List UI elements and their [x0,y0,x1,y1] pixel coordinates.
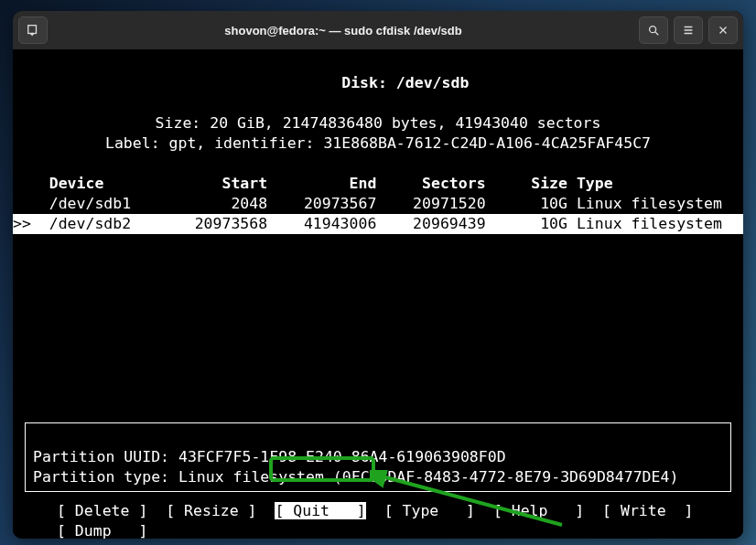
menu-help[interactable]: [ Help ] [493,502,584,519]
disk-size-line: Size: 20 GiB, 21474836480 bytes, 4194304… [13,113,743,134]
disk-device: /dev/sdb [396,74,469,91]
uuid-label: Partition UUID: [33,448,178,465]
menu-row-2: [ Dump ] [13,521,743,539]
menu-dump[interactable]: [ Dump ] [57,522,147,539]
titlebar: shovon@fedora:~ — sudo cfdisk /dev/sdb [13,11,743,49]
disk-label-prefix: Disk: [341,74,396,91]
ptype-value: Linux filesystem (0FC63DAF-8483-4772-8E7… [178,468,678,486]
svg-point-1 [650,27,656,33]
hamburger-icon [682,24,695,37]
disk-label-line: Label: gpt, identifier: 31E868BA-7612-C2… [13,134,743,154]
new-tab-icon [27,24,39,37]
table-header: Device Start End Sectors Size Type [13,174,743,194]
menu-resize[interactable]: [ Resize ] [166,502,256,519]
svg-rect-0 [28,26,37,34]
ptype-label: Partition type: [33,468,178,486]
menu-button[interactable] [674,16,703,44]
new-tab-button[interactable] [18,16,48,44]
close-icon [717,24,729,37]
menu-write[interactable]: [ Write ] [602,502,693,519]
menu-row-1: [ Delete ] [ Resize ] [ Quit ] [ Type ] … [13,501,743,521]
partition-info-box: Partition UUID: 43FCF7F5-1F98-E240-86A4-… [25,422,731,492]
menu-quit[interactable]: [ Quit ] [275,502,365,519]
search-button[interactable] [639,16,668,44]
menu-type[interactable]: [ Type ] [384,502,475,519]
search-icon [647,24,660,37]
window-title: shovon@fedora:~ — sudo cfdisk /dev/sdb [51,24,635,37]
close-button[interactable] [708,16,738,44]
disk-header: Disk: /dev/sdb [13,49,743,113]
terminal-window: shovon@fedora:~ — sudo cfdisk /dev/sdb D… [13,11,743,539]
menu-delete[interactable]: [ Delete ] [57,502,147,519]
uuid-value: 43FCF7F5-1F98-E240-86A4-619063908F0D [178,448,506,465]
table-row[interactable]: /dev/sdb1 2048 20973567 20971520 10G Lin… [13,194,743,214]
terminal-content[interactable]: Disk: /dev/sdb Size: 20 GiB, 21474836480… [13,49,743,539]
table-row[interactable]: >> /dev/sdb2 20973568 41943006 20969439 … [13,214,743,234]
